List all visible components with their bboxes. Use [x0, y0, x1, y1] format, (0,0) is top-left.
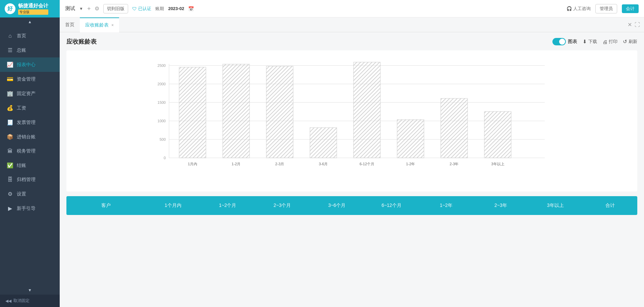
th-total: 合计 [583, 203, 637, 209]
svg-text:500: 500 [160, 137, 166, 141]
add-project-icon[interactable]: + [87, 6, 91, 12]
th-6-12months: 6~12个月 [364, 203, 419, 209]
refresh-button[interactable]: ↺ 刷新 [623, 39, 637, 45]
svg-text:1-2月: 1-2月 [232, 162, 241, 166]
sidebar-item-funds[interactable]: 💳 资金管理 [0, 72, 60, 86]
page-content: 应收账龄表 图表 ⬇ 下载 🖨 打印 [60, 32, 644, 307]
sidebar-item-label-ledger: 总账 [17, 47, 26, 53]
th-2-3months: 2~3个月 [255, 203, 310, 209]
bar-3年以上 [484, 112, 511, 158]
sidebar-item-inventory[interactable]: 📦 进销台账 [0, 130, 60, 144]
svg-text:1-2年: 1-2年 [406, 162, 415, 166]
calendar-icon[interactable]: 📅 [188, 6, 194, 11]
th-3-6months: 3~6个月 [310, 203, 364, 209]
sidebar-item-closing[interactable]: ✅ 结账 [0, 158, 60, 173]
sidebar-item-guide[interactable]: ▶ 新手引导 [0, 201, 60, 216]
sidebar-item-label-assets: 固定资产 [17, 91, 36, 97]
sidebar-item-tax[interactable]: 🏛 税务管理 [0, 144, 60, 158]
bar-1-2年 [397, 120, 424, 158]
archive-icon: 🗄 [7, 177, 13, 183]
tab-home-label: 首页 [65, 22, 74, 28]
switch-old-version-button[interactable]: 切到旧版 [103, 4, 128, 13]
sidebar-item-label-inventory: 进销台账 [17, 134, 36, 140]
accounting-button[interactable]: 会计 [622, 4, 639, 13]
svg-text:1000: 1000 [158, 119, 166, 123]
tab-ar-aging[interactable]: 应收账龄表 × [80, 17, 119, 32]
unpin-icon: ◀◀ [5, 299, 11, 303]
period-value: 2023-02 [168, 6, 184, 11]
th-1month: 1个月内 [146, 203, 200, 209]
service-label: 人工咨询 [573, 6, 591, 12]
invoice-icon: 🧾 [7, 119, 13, 126]
service-link[interactable]: 🎧 人工咨询 [567, 6, 591, 12]
chart-container: 0 500 1000 1500 2000 2500 1月内 [66, 50, 637, 191]
bar-chart: 0 500 1000 1500 2000 2500 1月内 [73, 57, 627, 178]
sidebar-item-invoice[interactable]: 🧾 发票管理 [0, 115, 60, 130]
svg-text:1月内: 1月内 [188, 162, 197, 166]
page-title: 应收账龄表 [66, 38, 97, 46]
bar-2-3年 [441, 98, 468, 158]
sidebar-item-reports[interactable]: 📈 报表中心 [0, 57, 60, 72]
svg-text:6-12个月: 6-12个月 [360, 162, 374, 166]
refresh-label: 刷新 [629, 39, 637, 45]
th-customer: 客户 [66, 203, 146, 209]
sidebar-item-archive[interactable]: 🗄 归档管理 [0, 173, 60, 187]
sidebar-nav: ⌂ 首页 ☰ 总账 📈 报表中心 💳 资金管理 🏢 固定资产 💰 工资 🧾 发票… [0, 26, 60, 286]
download-button[interactable]: ⬇ 下载 [583, 39, 597, 45]
shield-icon: 🛡 [132, 6, 137, 11]
sidebar-item-settings[interactable]: ⚙ 设置 [0, 187, 60, 201]
bar-1月内 [179, 67, 206, 158]
project-name: 测试 [65, 5, 75, 12]
sidebar-item-label-guide: 新手引导 [17, 206, 36, 212]
ledger-icon: ☰ [7, 47, 13, 53]
period-prefix: 账期 [155, 6, 164, 12]
logo-text-block: 畅捷通好会计 专业版 [18, 3, 48, 15]
chart-toggle-label: 图表 [568, 39, 577, 45]
settings-icon: ⚙ [7, 191, 13, 197]
tab-ar-aging-label: 应收账龄表 [85, 22, 109, 28]
sidebar-item-label-archive: 归档管理 [17, 177, 36, 183]
th-1-2years: 1~2年 [419, 203, 474, 209]
tabbar: 首页 应收账龄表 × ✕ ⛶ [60, 17, 644, 32]
sidebar: 好 畅捷通好会计 专业版 ▲ ⌂ 首页 ☰ 总账 📈 报表中心 💳 资金管理 🏢… [0, 0, 60, 307]
tab-home[interactable]: 首页 [60, 17, 80, 32]
sidebar-item-home[interactable]: ⌂ 首页 [0, 29, 60, 43]
sidebar-item-label-invoice: 发票管理 [17, 120, 36, 126]
chart-toggle-switch[interactable] [552, 38, 566, 45]
sidebar-logo: 好 畅捷通好会计 专业版 [0, 0, 60, 17]
svg-text:2-3年: 2-3年 [450, 162, 459, 166]
topbar: 测试 ▼ + ⚙ 切到旧版 🛡 已认证 账期 2023-02 📅 🎧 人工咨询 … [60, 0, 644, 17]
manager-button[interactable]: 管理员 [595, 4, 617, 13]
payroll-icon: 💰 [7, 105, 13, 111]
tab-close-icon[interactable]: × [111, 23, 114, 28]
th-1-2months: 1~2个月 [200, 203, 255, 209]
bar-2-3月 [266, 66, 293, 158]
sidebar-item-ledger[interactable]: ☰ 总账 [0, 43, 60, 57]
sidebar-item-label-funds: 资金管理 [17, 76, 36, 82]
assets-icon: 🏢 [7, 90, 13, 97]
scroll-up-btn[interactable]: ▲ [0, 17, 60, 26]
print-icon: 🖨 [602, 39, 607, 45]
project-dropdown-icon[interactable]: ▼ [79, 6, 83, 11]
verified-badge: 🛡 已认证 [132, 6, 151, 12]
sidebar-item-label-payroll: 工资 [17, 105, 26, 111]
bar-3-6月 [310, 128, 337, 158]
topbar-settings-icon[interactable]: ⚙ [95, 5, 99, 12]
unpin-bar[interactable]: ◀◀ 取消固定 [0, 295, 60, 307]
tab-close-button[interactable]: ✕ [628, 21, 632, 28]
tab-expand-button[interactable]: ⛶ [635, 22, 640, 28]
sidebar-item-payroll[interactable]: 💰 工资 [0, 101, 60, 115]
refresh-icon: ↺ [623, 39, 627, 45]
content-area: 应收账龄表 图表 ⬇ 下载 🖨 打印 [60, 32, 644, 307]
scroll-down-btn[interactable]: ▼ [0, 286, 60, 295]
headphone-icon: 🎧 [567, 6, 572, 11]
svg-text:3年以上: 3年以上 [491, 162, 504, 166]
reports-icon: 📈 [7, 61, 13, 68]
download-icon: ⬇ [583, 39, 587, 45]
sidebar-item-assets[interactable]: 🏢 固定资产 [0, 86, 60, 101]
table-header: 客户 1个月内 1~2个月 2~3个月 3~6个月 6~12个月 1~2年 2~… [66, 196, 637, 215]
topbar-right: 🎧 人工咨询 管理员 会计 [567, 4, 639, 13]
print-button[interactable]: 🖨 打印 [602, 39, 618, 45]
chart-toggle-group: 图表 [552, 38, 577, 45]
download-label: 下载 [588, 39, 597, 45]
